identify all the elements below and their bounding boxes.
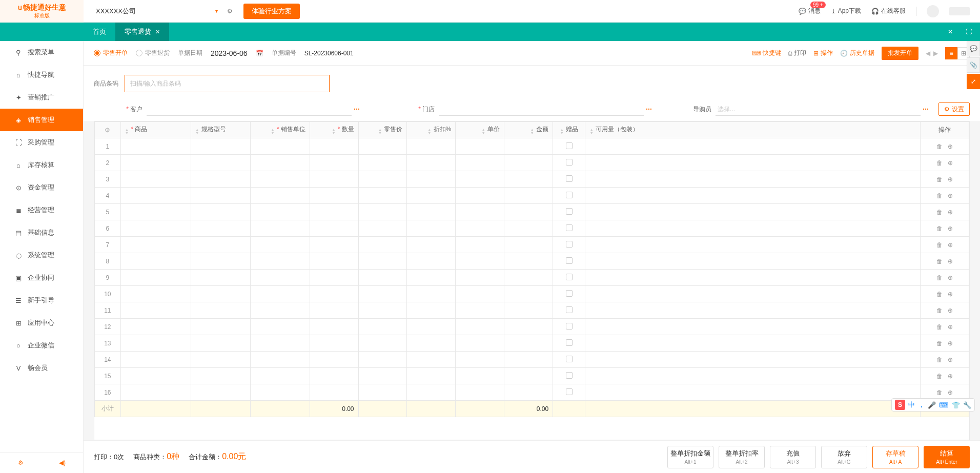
table-row[interactable]: 15🗑⊕ bbox=[95, 368, 969, 384]
ime-toolbar[interactable]: S 中 ， 🎤 ⌨ 👕 🔧 bbox=[891, 398, 975, 412]
table-row[interactable]: 8🗑⊕ bbox=[95, 253, 969, 270]
company-selector[interactable]: XXXXXX公司 ▾ bbox=[93, 4, 221, 18]
rail-expand-button[interactable]: ⤢ bbox=[967, 74, 980, 89]
column-header[interactable]: ▲▼*销售单位 bbox=[250, 122, 310, 138]
cell[interactable] bbox=[191, 368, 250, 384]
copy-row-icon[interactable]: ⊕ bbox=[948, 143, 953, 150]
sort-icon[interactable]: ▲▼ bbox=[427, 129, 432, 135]
ime-mic-icon[interactable]: 🎤 bbox=[928, 401, 936, 409]
cell[interactable] bbox=[585, 319, 921, 335]
gift-cell[interactable] bbox=[553, 352, 585, 368]
operate-link[interactable]: ⊞操作 bbox=[813, 49, 833, 57]
sidebar-item-7[interactable]: ≣经营管理 bbox=[0, 199, 83, 221]
copy-row-icon[interactable]: ⊕ bbox=[948, 356, 953, 363]
sort-icon[interactable]: ▲▼ bbox=[481, 129, 485, 135]
cell[interactable] bbox=[120, 171, 191, 188]
sidebar-item-8[interactable]: ▤基础信息 bbox=[0, 221, 83, 244]
delete-row-icon[interactable]: 🗑 bbox=[936, 143, 943, 150]
cell[interactable] bbox=[407, 171, 456, 188]
table-row[interactable]: 10🗑⊕ bbox=[95, 286, 969, 302]
cell[interactable] bbox=[250, 302, 310, 319]
store-lookup-icon[interactable]: ⋯ bbox=[646, 106, 652, 113]
cell[interactable] bbox=[120, 155, 191, 171]
sort-icon[interactable]: ▲▼ bbox=[271, 129, 275, 135]
tab-retail-return[interactable]: 零售退货 ✕ bbox=[115, 23, 169, 41]
gift-cell[interactable] bbox=[553, 302, 585, 319]
cell[interactable] bbox=[250, 204, 310, 220]
cell[interactable] bbox=[191, 384, 250, 401]
column-header[interactable]: ▲▼折扣% bbox=[407, 122, 456, 138]
store-input[interactable] bbox=[439, 102, 644, 116]
copy-row-icon[interactable]: ⊕ bbox=[948, 323, 953, 331]
cell[interactable] bbox=[310, 319, 358, 335]
copy-row-icon[interactable]: ⊕ bbox=[948, 258, 953, 265]
cell[interactable] bbox=[310, 368, 358, 384]
cell[interactable] bbox=[191, 270, 250, 286]
cell[interactable] bbox=[358, 188, 407, 204]
delete-row-icon[interactable]: 🗑 bbox=[936, 373, 943, 380]
tab-close-all-button[interactable]: ✕ bbox=[943, 25, 957, 39]
copy-row-icon[interactable]: ⊕ bbox=[948, 209, 953, 216]
cell[interactable] bbox=[407, 352, 456, 368]
cell[interactable] bbox=[250, 138, 310, 155]
gift-cell[interactable] bbox=[553, 384, 585, 401]
cell[interactable] bbox=[456, 286, 504, 302]
radio-create-order[interactable]: 零售开单 bbox=[94, 49, 128, 57]
checkbox-icon[interactable] bbox=[566, 388, 573, 395]
cell[interactable] bbox=[585, 138, 921, 155]
cell[interactable] bbox=[191, 220, 250, 237]
sort-icon[interactable]: ▲▼ bbox=[530, 129, 534, 135]
view-list-button[interactable]: ≡ bbox=[945, 47, 957, 59]
cell[interactable] bbox=[407, 155, 456, 171]
copy-row-icon[interactable]: ⊕ bbox=[948, 159, 953, 167]
cell[interactable] bbox=[504, 220, 553, 237]
cell[interactable] bbox=[310, 253, 358, 270]
delete-row-icon[interactable]: 🗑 bbox=[936, 225, 943, 232]
cell[interactable] bbox=[407, 204, 456, 220]
cell[interactable] bbox=[358, 220, 407, 237]
cell[interactable] bbox=[250, 155, 310, 171]
sort-icon[interactable]: ▲▼ bbox=[378, 129, 382, 135]
column-header[interactable]: ▲▼规格型号 bbox=[191, 122, 250, 138]
cell[interactable] bbox=[358, 171, 407, 188]
cell[interactable] bbox=[250, 319, 310, 335]
cell[interactable] bbox=[310, 188, 358, 204]
delete-row-icon[interactable]: 🗑 bbox=[936, 356, 943, 363]
trial-button[interactable]: 体验行业方案 bbox=[243, 4, 300, 19]
table-row[interactable]: 5🗑⊕ bbox=[95, 204, 969, 220]
download-link[interactable]: ⤓ App下载 bbox=[831, 7, 861, 15]
discount-rate-button[interactable]: 整单折扣率Alt+2 bbox=[719, 446, 765, 468]
customer-input[interactable] bbox=[147, 102, 352, 116]
cell[interactable] bbox=[250, 188, 310, 204]
cell[interactable] bbox=[456, 319, 504, 335]
gift-cell[interactable] bbox=[553, 270, 585, 286]
cell[interactable] bbox=[585, 188, 921, 204]
copy-row-icon[interactable]: ⊕ bbox=[948, 241, 953, 249]
cell[interactable] bbox=[250, 352, 310, 368]
date-value[interactable]: 2023-06-06 bbox=[211, 49, 248, 57]
cell[interactable] bbox=[120, 188, 191, 204]
cell[interactable] bbox=[120, 204, 191, 220]
column-header[interactable]: ▲▼金额 bbox=[504, 122, 553, 138]
save-draft-button[interactable]: 存草稿Alt+A bbox=[872, 446, 918, 468]
customer-lookup-icon[interactable]: ⋯ bbox=[354, 106, 360, 113]
copy-row-icon[interactable]: ⊕ bbox=[948, 225, 953, 232]
cell[interactable] bbox=[456, 220, 504, 237]
abandon-button[interactable]: 放弃Alt+G bbox=[821, 446, 867, 468]
gift-cell[interactable] bbox=[553, 204, 585, 220]
cell[interactable] bbox=[585, 368, 921, 384]
service-link[interactable]: 🎧 在线客服 bbox=[871, 7, 906, 15]
cell[interactable] bbox=[504, 237, 553, 253]
cell[interactable] bbox=[310, 302, 358, 319]
cell[interactable] bbox=[585, 302, 921, 319]
delete-row-icon[interactable]: 🗑 bbox=[936, 176, 943, 183]
cell[interactable] bbox=[504, 384, 553, 401]
table-row[interactable]: 12🗑⊕ bbox=[95, 319, 969, 335]
cell[interactable] bbox=[310, 352, 358, 368]
cell[interactable] bbox=[504, 335, 553, 352]
cell[interactable] bbox=[504, 368, 553, 384]
table-row[interactable]: 6🗑⊕ bbox=[95, 220, 969, 237]
cell[interactable] bbox=[407, 368, 456, 384]
column-header[interactable]: ▲▼单价 bbox=[456, 122, 504, 138]
cell[interactable] bbox=[504, 319, 553, 335]
